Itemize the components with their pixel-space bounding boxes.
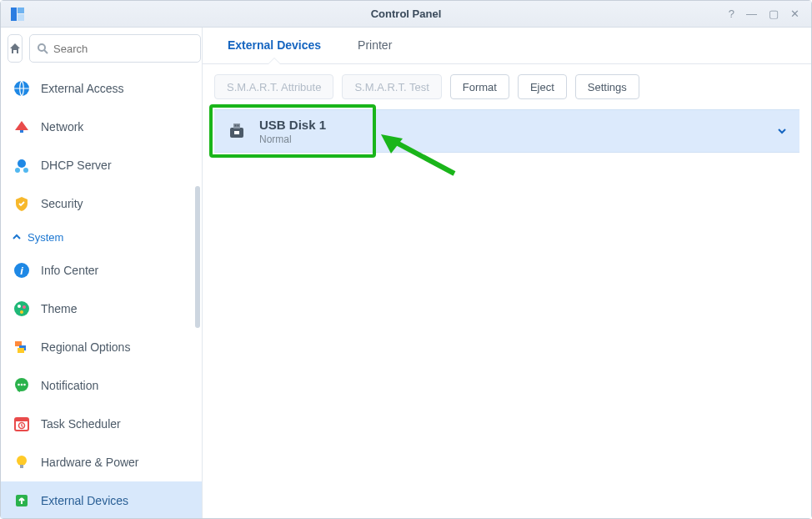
settings-button[interactable]: Settings (575, 74, 639, 99)
svg-point-14 (23, 305, 26, 309)
sidebar-item-label: External Devices (41, 494, 128, 507)
sidebar-item-external-devices[interactable]: External Devices (1, 481, 202, 518)
titlebar: Control Panel ? — ▢ ✕ (1, 1, 811, 28)
sidebar-item-label: Network (41, 120, 83, 134)
network-icon (13, 118, 31, 136)
svg-point-22 (23, 384, 26, 386)
window-title: Control Panel (1, 8, 811, 20)
device-list: USB Disk 1 Normal (203, 109, 811, 153)
svg-rect-33 (234, 131, 239, 134)
svg-point-21 (21, 384, 23, 386)
svg-point-3 (38, 44, 45, 51)
svg-point-8 (15, 168, 20, 173)
search-box[interactable] (29, 34, 201, 63)
svg-rect-18 (18, 348, 24, 353)
sidebar-item-label: Task Scheduler (41, 417, 121, 431)
svg-rect-6 (20, 130, 23, 133)
sidebar-item-label: Info Center (41, 264, 98, 277)
device-name: USB Disk 1 (259, 118, 326, 132)
chat-icon (13, 376, 31, 395)
sidebar-group-label: System (28, 231, 63, 244)
app-icon (8, 4, 28, 24)
svg-point-12 (14, 301, 29, 316)
tab-label: Printer (358, 38, 392, 52)
svg-rect-2 (18, 14, 24, 21)
svg-point-7 (18, 159, 26, 168)
external-device-icon (13, 491, 31, 510)
format-button[interactable]: Format (450, 74, 509, 99)
tab-label: External Devices (228, 38, 321, 52)
bulb-icon (13, 453, 31, 471)
svg-point-26 (17, 456, 27, 466)
sidebar-item-dhcp[interactable]: DHCP Server (1, 146, 202, 184)
svg-point-15 (20, 310, 23, 314)
flags-icon (13, 338, 31, 356)
search-input[interactable] (53, 43, 193, 55)
sidebar-item-theme[interactable]: Theme (1, 290, 202, 328)
search-icon (37, 43, 48, 54)
tabs: External Devices Printer (203, 28, 811, 64)
minimize-icon[interactable]: — (746, 8, 757, 20)
sidebar-item-regional[interactable]: Regional Options (1, 328, 202, 366)
chevron-up-icon (13, 233, 21, 241)
scrollbar-thumb[interactable] (195, 186, 200, 328)
sidebar-item-label: Theme (41, 302, 78, 315)
sidebar-scroll[interactable]: External Access Network DHCP Server Secu… (1, 69, 202, 518)
svg-rect-1 (18, 8, 24, 13)
usb-drive-icon (226, 122, 248, 140)
close-icon[interactable]: ✕ (790, 8, 799, 20)
smart-attribute-button: S.M.A.R.T. Attribute (214, 74, 333, 99)
sidebar-item-security[interactable]: Security (1, 184, 202, 223)
sidebar-item-info-center[interactable]: i Info Center (1, 251, 202, 290)
device-row-usb-disk-1[interactable]: USB Disk 1 Normal (214, 109, 799, 153)
main-panel: External Devices Printer S.M.A.R.T. Attr… (203, 28, 811, 518)
svg-rect-32 (238, 125, 239, 127)
help-icon[interactable]: ? (729, 8, 734, 20)
eject-button[interactable]: Eject (518, 74, 567, 99)
sidebar-group-system[interactable]: System (1, 223, 202, 251)
toolbar: S.M.A.R.T. Attribute S.M.A.R.T. Test For… (203, 64, 811, 109)
svg-line-4 (44, 50, 48, 53)
globe-icon (13, 79, 31, 98)
control-panel-window: Control Panel ? — ▢ ✕ (0, 0, 812, 519)
tab-external-devices[interactable]: External Devices (209, 27, 339, 63)
sidebar-item-network[interactable]: Network (1, 108, 202, 146)
svg-rect-31 (235, 125, 237, 127)
svg-text:i: i (20, 265, 23, 277)
device-status: Normal (259, 134, 326, 145)
svg-point-9 (23, 168, 28, 173)
sidebar-item-hardware-power[interactable]: Hardware & Power (1, 443, 202, 481)
sidebar-item-label: Security (41, 197, 83, 210)
svg-rect-24 (15, 418, 28, 421)
chevron-down-icon[interactable] (776, 125, 788, 137)
dhcp-icon (13, 156, 31, 174)
svg-rect-27 (20, 465, 23, 468)
theme-icon (13, 300, 31, 318)
svg-rect-0 (11, 8, 17, 21)
sidebar-item-task-scheduler[interactable]: Task Scheduler (1, 405, 202, 443)
sidebar-item-label: Hardware & Power (41, 456, 139, 469)
svg-point-13 (18, 305, 21, 308)
svg-point-20 (18, 384, 20, 386)
shield-icon (13, 194, 31, 213)
sidebar-item-notification[interactable]: Notification (1, 366, 202, 405)
sidebar-item-label: External Access (41, 82, 124, 95)
smart-test-button: S.M.A.R.T. Test (342, 74, 441, 99)
calendar-icon (13, 415, 31, 433)
sidebar-item-external-access[interactable]: External Access (1, 69, 202, 108)
tab-printer[interactable]: Printer (339, 27, 410, 63)
info-icon: i (13, 261, 31, 280)
device-text: USB Disk 1 Normal (259, 118, 326, 145)
sidebar: External Access Network DHCP Server Secu… (1, 28, 203, 518)
sidebar-item-label: Regional Options (41, 340, 130, 354)
maximize-icon[interactable]: ▢ (769, 8, 779, 20)
sidebar-item-label: DHCP Server (41, 159, 112, 172)
svg-rect-30 (233, 123, 240, 128)
sidebar-item-label: Notification (41, 379, 98, 392)
home-button[interactable] (8, 34, 23, 63)
